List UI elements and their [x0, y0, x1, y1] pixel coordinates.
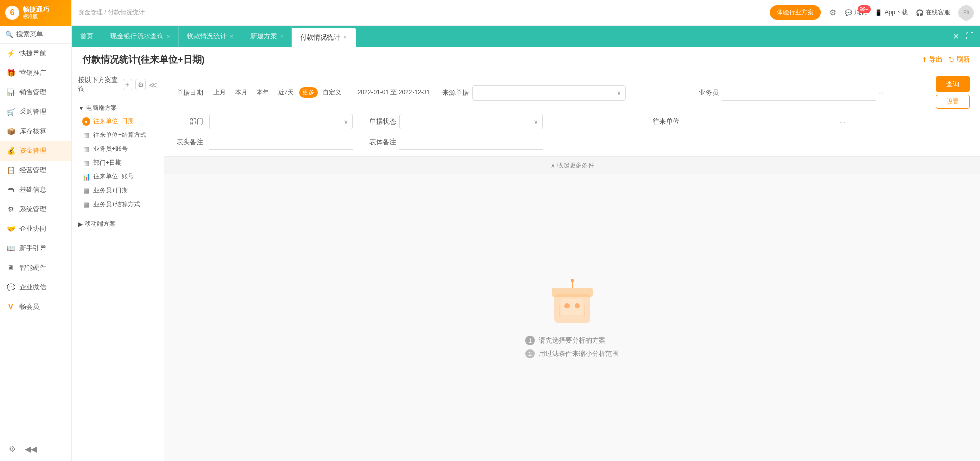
tab-receipt-close[interactable]: × — [230, 33, 233, 39]
staff-input[interactable] — [722, 85, 876, 101]
sidebar-item-operation[interactable]: 📋 经营管理 — [0, 161, 71, 180]
query-btn[interactable]: 查询 — [936, 76, 970, 92]
sidebar-item-member[interactable]: V 畅会员 — [0, 297, 71, 316]
scheme-item-unit-account[interactable]: 📊 往来单位+账号 — [78, 170, 158, 184]
quick-nav-icon: ⚡ — [6, 49, 15, 58]
scheme-item-staff-date[interactable]: ▦ 业务员+日期 — [78, 184, 158, 197]
table-body-note-input[interactable] — [399, 134, 543, 150]
close-tab-icon[interactable]: ✕ — [953, 32, 959, 42]
page-title: 付款情况统计(往来单位+日期) — [82, 53, 205, 66]
user-avatar[interactable]: Rit — [958, 5, 974, 21]
staff-filter-label: 业务员 — [690, 88, 719, 97]
date-option-this-year[interactable]: 本年 — [252, 87, 273, 98]
empty-tip-2: 2 用过滤条件来缩小分析范围 — [525, 349, 619, 358]
tab-bank-flow[interactable]: 现金银行流水查询 × — [102, 26, 179, 47]
svg-rect-1 — [552, 288, 593, 297]
desktop-section-title[interactable]: ▼ 电脑端方案 — [78, 104, 158, 112]
tab-payment-stats-label: 付款情况统计 — [300, 33, 340, 42]
tab-payment-stats[interactable]: 付款情况统计 × — [292, 28, 355, 47]
empty-svg — [541, 276, 603, 328]
sidebar-footer: ⚙ ◀◀ — [0, 436, 71, 461]
counterpart-more-icon[interactable]: ··· — [839, 118, 845, 126]
trial-btn[interactable]: 体验行业方案 — [770, 5, 821, 20]
topbar-setting-icon[interactable]: ⚙ — [829, 8, 836, 17]
operation-icon: 📋 — [6, 166, 15, 175]
filter-row-2: 部门 ∨ 单据状态 ∨ 往来单 — [174, 114, 970, 129]
date-range-value[interactable]: 2022-01-01 至 2022-12-31 — [358, 88, 430, 97]
chart-scheme-icon: 📊 — [82, 173, 90, 181]
sidebar-item-inventory[interactable]: 📦 库存核算 — [0, 122, 71, 141]
sidebar-item-hardware[interactable]: 🖥 智能硬件 — [0, 258, 71, 277]
marketing-icon: 🎁 — [6, 68, 15, 77]
app-download-icon: 📱 — [875, 9, 883, 16]
table-body-note-label: 表体备注 — [367, 137, 396, 147]
sidebar-item-enterprise[interactable]: 🤝 企业协同 — [0, 219, 71, 238]
app-logo: 6 — [5, 6, 19, 20]
scheme-panel-header: 按以下方案查询 ＋ ⚙ ≪ — [72, 70, 164, 99]
expand-mobile-icon: ▶ — [78, 221, 83, 228]
sidebar-item-purchase[interactable]: 🛒 采购管理 — [0, 102, 71, 122]
message-icon-item[interactable]: 💬 消息 99+ — [845, 8, 867, 17]
sidebar-item-marketing[interactable]: 🎁 营销推广 — [0, 63, 71, 83]
sidebar-item-sales[interactable]: 📊 销售管理 — [0, 83, 71, 102]
scheme-item-staff-account[interactable]: ▦ 业务员+账号 — [78, 142, 158, 156]
tab-home[interactable]: 首页 — [72, 26, 102, 47]
tab-bank-flow-close[interactable]: × — [167, 33, 170, 39]
sidebar-item-finance[interactable]: 💰 资金管理 — [0, 141, 71, 161]
tab-payment-close[interactable]: × — [343, 34, 346, 41]
svg-point-3 — [564, 303, 570, 308]
message-icon: 💬 — [845, 9, 852, 16]
online-service-item[interactable]: 🎧 在线客服 — [916, 8, 950, 17]
add-scheme-btn[interactable]: ＋ — [123, 79, 133, 90]
scheme-item-unit-settlement[interactable]: ▦ 往来单位+结算方式 — [78, 128, 158, 142]
tab-new-scheme-close[interactable]: × — [280, 33, 283, 39]
scheme-item-unit-date[interactable]: ● 往来单位+日期 — [78, 114, 158, 128]
source-dropdown[interactable]: ∨ — [472, 85, 626, 101]
dept-dropdown[interactable]: ∨ — [209, 114, 353, 129]
filter-row-1: 单据日期 上月 本月 本年 近7天 更多 自定义 2022-01-01 至 20… — [174, 76, 970, 109]
refresh-btn[interactable]: ↻ 刷新 — [949, 55, 970, 64]
scheme-item-staff-settlement[interactable]: ▦ 业务员+结算方式 — [78, 197, 158, 211]
tab-new-scheme[interactable]: 新建方案 × — [242, 26, 292, 47]
tab-receipt-stats[interactable]: 收款情况统计 × — [179, 26, 242, 47]
expand-tab-icon[interactable]: ⛶ — [966, 32, 974, 41]
table-header-note-label: 表头备注 — [174, 137, 203, 147]
collapse-sidebar-icon[interactable]: ◀◀ — [24, 442, 38, 456]
settings-footer-icon[interactable]: ⚙ — [5, 442, 19, 456]
status-dropdown[interactable]: ∨ — [399, 114, 543, 129]
tip-num-1: 1 — [525, 336, 535, 345]
sidebar-item-guide[interactable]: 📖 新手引导 — [0, 238, 71, 258]
table-header-note-input[interactable] — [209, 134, 353, 150]
table-scheme-icon-1: ▦ — [82, 131, 90, 139]
search-menu[interactable]: 🔍 搜索菜单 — [0, 26, 71, 44]
scheme-item-dept-date[interactable]: ▦ 部门+日期 — [78, 156, 158, 170]
tab-home-label: 首页 — [80, 32, 93, 41]
collapse-scheme-panel-btn[interactable]: ≪ — [149, 80, 158, 90]
filter-content: 单据日期 上月 本月 本年 近7天 更多 自定义 2022-01-01 至 20… — [164, 70, 980, 461]
dept-dropdown-arrow: ∨ — [344, 118, 348, 125]
app-download-item[interactable]: 📱 App下载 — [875, 8, 908, 17]
export-btn[interactable]: ⬆ 导出 — [922, 55, 943, 64]
date-option-this-month[interactable]: 本月 — [231, 87, 251, 98]
date-option-custom[interactable]: 自定义 — [319, 87, 345, 98]
sidebar-item-system[interactable]: ⚙ 系统管理 — [0, 199, 71, 219]
mobile-section-title[interactable]: ▶ 移动端方案 — [78, 219, 158, 228]
sidebar-item-wechat[interactable]: 💬 企业微信 — [0, 277, 71, 297]
member-icon: V — [6, 302, 15, 311]
staff-more-icon[interactable]: ··· — [879, 89, 885, 96]
manage-scheme-btn[interactable]: ⚙ — [135, 79, 146, 90]
sidebar-item-quick-nav[interactable]: ⚡ 快捷导航 — [0, 44, 71, 63]
tab-bank-flow-label: 现金银行流水查询 — [110, 32, 164, 41]
basic-icon: 🗃 — [6, 185, 15, 194]
settings-btn[interactable]: 设置 — [936, 95, 970, 109]
status-dropdown-arrow: ∨ — [534, 118, 538, 125]
date-option-more[interactable]: 更多 — [299, 87, 318, 98]
topbar-icons: 体验行业方案 ⚙ 💬 消息 99+ 📱 App下载 🎧 在线客服 Rit — [770, 5, 974, 21]
date-option-7days[interactable]: 近7天 — [274, 87, 298, 98]
collapse-filter-btn[interactable]: ∧ 收起更多条件 — [164, 156, 980, 174]
app-edition: 标准版 — [23, 14, 49, 20]
counterpart-input[interactable] — [682, 114, 836, 129]
sidebar-item-basic[interactable]: 🗃 基础信息 — [0, 180, 71, 199]
sidebar-header: 6 畅捷通巧 标准版 — [0, 0, 71, 26]
date-option-last-month[interactable]: 上月 — [209, 87, 230, 98]
